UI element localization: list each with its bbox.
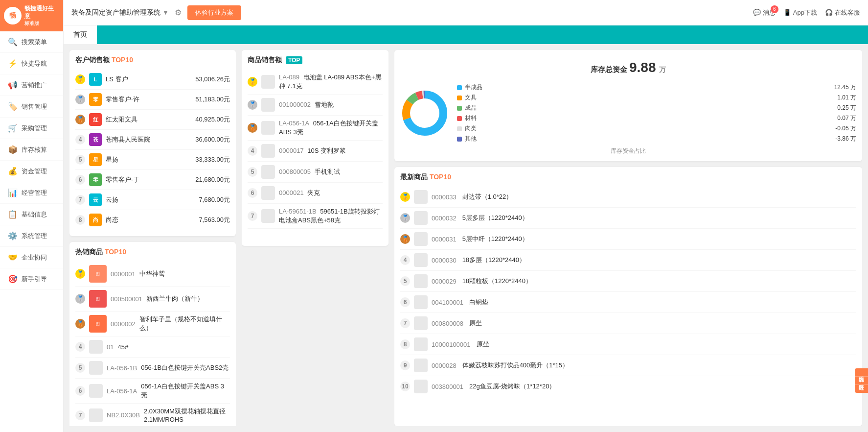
sidebar-item-guide[interactable]: 🎯 新手引导	[0, 268, 63, 290]
marketing-icon: 📢	[8, 80, 18, 90]
ps-rank-2: 🥈	[248, 100, 257, 110]
inventory-unit: 万	[659, 66, 666, 73]
product-sales-1[interactable]: 🥇 LA-089 电池盖 LA-089 ABS本色+黑种 7.1克	[248, 70, 383, 95]
hot-rank-3: 🥉	[75, 319, 85, 329]
new-product-9[interactable]: 9 0000028 体嫩荔枝味苏打饮品400毫升（1*15）	[400, 355, 856, 376]
customer-value-4: 36,600.00元	[195, 135, 230, 144]
hot-product-3[interactable]: 🥉 图 0000002 智利车子里（规格不知道填什么）	[75, 312, 230, 336]
customer-name-1: LS 客户	[106, 75, 191, 84]
ps-rank-4: 4	[248, 146, 257, 156]
customer-rank-item-6[interactable]: 6 零 零售客户·于 21,680.00元	[75, 170, 230, 190]
inventory-proportion-label: 库存资金占比	[400, 147, 856, 155]
new-product-6[interactable]: 6 004100001 白钢垫	[400, 292, 856, 313]
system-title-dropdown[interactable]: 装备及固定资产辅助管理系统 ▼	[71, 8, 169, 17]
np-name-4: 18多层（1220*2440）	[462, 256, 856, 264]
new-product-5[interactable]: 5 0000029 18颗粒板（1220*2440）	[400, 271, 856, 292]
sidebar-item-basic[interactable]: 📋 基础信息	[0, 204, 63, 225]
np-name-10: 22g鱼豆腐-烧烤味（1*12*20）	[469, 382, 856, 391]
donut-chart	[400, 89, 449, 138]
customer-rank-title: 客户销售额 TOP10	[75, 56, 230, 65]
sidebar-item-inventory[interactable]: 📦 库存核算	[0, 139, 63, 161]
np-img-8	[414, 337, 428, 351]
customer-rank-item-2[interactable]: 🥈 零 零售客户·许 51,183.00元	[75, 90, 230, 110]
np-code-3: 0000031	[432, 236, 457, 243]
app-download-button[interactable]: 📱 App下载	[783, 8, 817, 17]
new-product-8[interactable]: 8 10000100001 原坐	[400, 334, 856, 355]
trial-button[interactable]: 体验行业方案	[187, 5, 241, 20]
customer-rank-item-5[interactable]: 5 星 星扬 33,333.00元	[75, 150, 230, 170]
sidebar-item-nav-label: 快捷导航	[22, 59, 47, 68]
hot-product-5[interactable]: 5 LA-056-1B 056-1B白色按键开关壳ABS2壳	[75, 358, 230, 379]
customer-rank-item-4[interactable]: 4 苍 苍南县人民医院 36,600.00元	[75, 130, 230, 150]
service-btn-live[interactable]: 直播	[855, 385, 868, 393]
np-code-7: 000800008	[432, 320, 463, 327]
hot-product-name-3: 智利车子里（规格不知道填什么）	[139, 315, 230, 333]
page-content: 装备及固定资产辅助管理系统 ▼ ⚙ 体验行业方案 💬 消息 6 📱 App下载 …	[64, 0, 868, 432]
service-btn-community[interactable]: 服务社区	[855, 377, 868, 385]
ps-name-4: 0000017 10S 变利罗浆	[279, 146, 383, 155]
inventory-amount: 9.88 万	[629, 62, 666, 74]
product-sales-4[interactable]: 4 0000017 10S 变利罗浆	[248, 141, 383, 162]
np-img-2	[414, 211, 428, 225]
new-product-10[interactable]: 10 003800001 22g鱼豆腐-烧烤味（1*12*20）	[400, 376, 856, 397]
customer-rank-item-8[interactable]: 8 尚 尚态 7,563.00元	[75, 210, 230, 230]
product-sales-5[interactable]: 5 000800005 手机测试	[248, 162, 383, 183]
collab-icon: 🤝	[8, 253, 18, 262]
online-service-button[interactable]: 🎧 在线客服	[825, 8, 860, 17]
new-product-3[interactable]: 🥉 0000031 5层中纤（1220*2440）	[400, 229, 856, 250]
customer-rank-item-1[interactable]: 🥇 L LS 客户 53,006.26元	[75, 70, 230, 90]
hot-product-4[interactable]: 4 01 45#	[75, 336, 230, 358]
customer-value-1: 53,006.26元	[195, 75, 230, 84]
customer-rank-item-7[interactable]: 7 云 云扬 7,680.00元	[75, 190, 230, 210]
sidebar-item-operations[interactable]: 📊 经营管理	[0, 182, 63, 204]
sidebar-item-guide-label: 新手引导	[22, 275, 47, 284]
hot-product-1[interactable]: 🥇 图 0000001 中华神鹫	[75, 262, 230, 287]
hot-product-img-7	[89, 408, 103, 422]
newest-products-card: 最新商品 TOP10 🥇 0000033 封边带（1.0*22） 🥈 00000…	[394, 167, 862, 426]
np-name-7: 原坐	[469, 319, 856, 328]
product-sales-7[interactable]: 7 LA-59651-1B 59651-1B旋转投影灯电池盒ABS黑色+58克	[248, 204, 383, 229]
sidebar-item-system-label: 系统管理	[22, 232, 47, 240]
rank-medal-3: 🥉	[75, 115, 85, 124]
np-img-4	[414, 253, 428, 267]
sidebar-item-search[interactable]: 🔍 搜索菜单	[0, 31, 63, 53]
sidebar-item-sales[interactable]: 🏷️ 销售管理	[0, 96, 63, 118]
rank-num-8: 8	[75, 215, 85, 225]
hot-product-7[interactable]: 7 NB2.0X30B 2.0X30MM双摆花轴摆花直径2.1MM/ROHS	[75, 404, 230, 426]
message-button[interactable]: 💬 消息 6	[753, 8, 776, 17]
customer-rank-item-3[interactable]: 🥉 红 红太阳文具 40,925.00元	[75, 110, 230, 130]
sidebar-item-purchase[interactable]: 🛒 采购管理	[0, 118, 63, 139]
np-img-7	[414, 316, 428, 330]
sidebar-item-marketing[interactable]: 📢 营销推广	[0, 74, 63, 96]
ps-rank-5: 5	[248, 167, 257, 177]
sidebar-item-collab[interactable]: 🤝 企业协同	[0, 247, 63, 268]
hot-product-code-7: NB2.0X30B	[107, 411, 140, 419]
product-sales-6[interactable]: 6 0000021 夹克	[248, 183, 383, 204]
sidebar-item-finance[interactable]: 💰 资金管理	[0, 161, 63, 182]
np-name-6: 白钢垫	[469, 298, 856, 307]
settings-icon[interactable]: ⚙	[175, 8, 182, 17]
ps-img-7	[261, 209, 275, 223]
new-product-4[interactable]: 4 0000030 18多层（1220*2440）	[400, 250, 856, 271]
rank-num-6: 6	[75, 175, 85, 185]
hot-product-6[interactable]: 6 LA-056-1A 056-1A白色按键开关盖ABS 3壳	[75, 379, 230, 404]
customer-rank-card: 客户销售额 TOP10 🥇 L LS 客户 53,006.26元 🥈 零 零售客…	[69, 50, 236, 236]
service-btn-hotline[interactable]: 客服热线	[855, 368, 868, 377]
sidebar-item-nav[interactable]: ⚡ 快捷导航	[0, 53, 63, 74]
hot-products-title: 热销商品 TOP10	[75, 248, 230, 257]
new-product-2[interactable]: 🥈 0000032 5层多层（1220*2440）	[400, 208, 856, 229]
tab-home[interactable]: 首页	[64, 25, 97, 44]
product-sales-2[interactable]: 🥈 001000002 雪地靴	[248, 95, 383, 116]
product-sales-3[interactable]: 🥉 LA-056-1A 056-1A白色按键开关盖ABS 3壳	[248, 116, 383, 141]
system-icon: ⚙️	[8, 231, 18, 240]
rank-num-7: 7	[75, 195, 85, 205]
legend-item-1: 文具 1.01 万	[457, 94, 856, 102]
sidebar-item-system[interactable]: ⚙️ 系统管理	[0, 225, 63, 247]
new-product-1[interactable]: 🥇 0000033 封边带（1.0*22）	[400, 187, 856, 208]
hot-product-code-1: 0000001	[111, 270, 136, 278]
customer-name-2: 零售客户·许	[106, 95, 191, 104]
customer-value-3: 40,925.00元	[195, 115, 230, 124]
hot-product-2[interactable]: 🥈 图 000500001 新西兰牛肉（新牛）	[75, 287, 230, 312]
np-rank-7: 7	[400, 318, 410, 328]
new-product-7[interactable]: 7 000800008 原坐	[400, 313, 856, 334]
